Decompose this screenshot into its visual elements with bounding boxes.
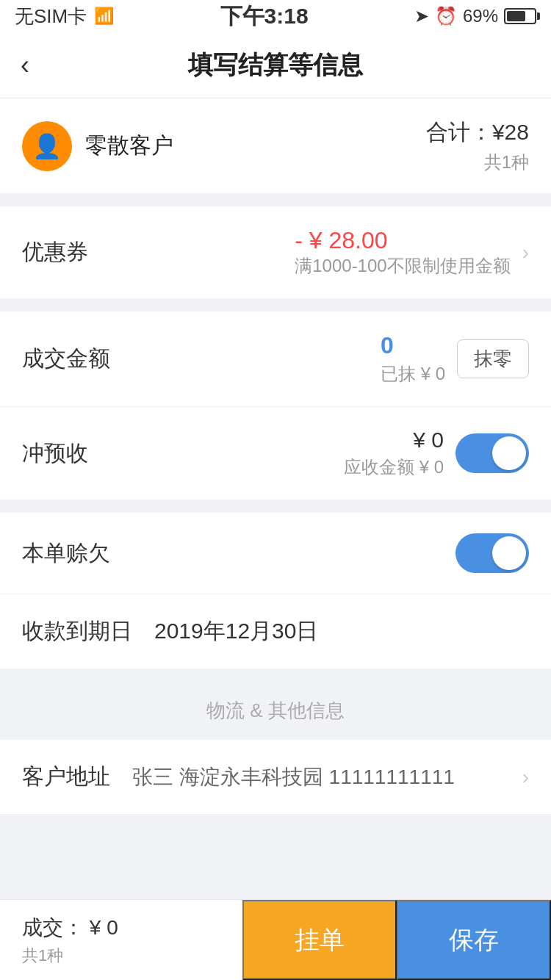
wifi-icon: 📶 [94,7,114,26]
chevron-right-icon: › [522,241,529,264]
coupon-label: 优惠券 [22,237,88,267]
credit-row: 本单赊欠 [0,513,551,594]
prepayment-label: 冲预收 [22,439,88,469]
discount-amount: - ¥ 28.00 [295,227,510,254]
bottom-info: 成交： ¥ 0 共1种 [0,900,242,980]
status-bar: 无SIM卡 📶 下午3:18 ➤ ⏰ 69% [0,0,551,32]
total-amount: 合计：¥28 [426,118,529,148]
sim-text: 无SIM卡 [15,4,87,29]
customer-right: 合计：¥28 共1种 [426,118,529,174]
coupon-row[interactable]: 优惠券 - ¥ 28.00 满1000-100不限制使用金额 › [0,206,551,298]
bottom-deal-label: 成交： [22,916,84,939]
back-button[interactable]: ‹ [21,50,29,81]
prepayment-value: ¥ 0 [344,428,444,453]
due-date-label: 收款到期日 [22,616,132,646]
prepayment-value-area: ¥ 0 应收金额 ¥ 0 [344,428,444,479]
prepayment-row: 冲预收 ¥ 0 应收金额 ¥ 0 [0,407,551,500]
coupon-value-area: - ¥ 28.00 满1000-100不限制使用金额 [295,227,510,278]
credit-toggle-knob [492,536,526,570]
status-time: 下午3:18 [220,1,309,32]
prepayment-right: ¥ 0 应收金额 ¥ 0 [344,428,529,479]
customer-left: 👤 零散客户 [22,121,173,171]
credit-label: 本单赊欠 [22,538,110,569]
content-area: 👤 零散客户 合计：¥28 共1种 优惠券 - ¥ 28.00 满1000-10… [0,98,551,915]
address-row[interactable]: 客户地址 张三 海淀永丰科技园 11111111111 › [0,740,551,814]
location-icon: ➤ [414,6,429,26]
due-date-value: 2019年12月30日 [154,616,318,646]
save-button[interactable]: 保存 [397,900,551,980]
amount-section: 成交金额 0 已抹 ¥ 0 抹零 冲预收 ¥ 0 应收金额 ¥ 0 [0,311,551,500]
due-date-row: 收款到期日 2019年12月30日 [0,594,551,669]
deal-amount-sub: 已抹 ¥ 0 [381,362,445,386]
bottom-deal: 成交： ¥ 0 [22,914,220,942]
round-zero-button[interactable]: 抹零 [457,339,529,378]
hold-button[interactable]: 挂单 [242,900,397,980]
address-value: 张三 海淀永丰科技园 11111111111 [132,763,500,791]
address-section: 客户地址 张三 海淀永丰科技园 11111111111 › [0,740,551,814]
customer-row: 👤 零散客户 合计：¥28 共1种 [0,98,551,193]
credit-toggle[interactable] [455,533,529,573]
status-right: ➤ ⏰ 69% [414,6,536,26]
battery-icon [504,8,536,24]
deal-amount-right: 0 已抹 ¥ 0 抹零 [381,332,529,386]
credit-right [455,533,529,573]
logistics-header-text: 物流 & 其他信息 [206,699,345,721]
bottom-bar: 成交： ¥ 0 共1种 挂单 保存 [0,899,551,980]
toggle-knob [492,436,526,470]
logistics-header: 物流 & 其他信息 [0,682,551,740]
coupon-section: 优惠券 - ¥ 28.00 满1000-100不限制使用金额 › [0,206,551,298]
deal-amount-row: 成交金额 0 已抹 ¥ 0 抹零 [0,311,551,407]
deal-amount-value-area: 0 已抹 ¥ 0 [381,332,445,386]
bottom-deal-amount: ¥ 0 [90,916,118,939]
page-title: 填写结算等信息 [188,48,363,82]
avatar-icon: 👤 [32,132,62,160]
status-left: 无SIM卡 📶 [15,4,114,29]
address-label: 客户地址 [22,762,110,792]
credit-section: 本单赊欠 收款到期日 2019年12月30日 [0,513,551,669]
avatar: 👤 [22,121,72,171]
prepayment-sub: 应收金额 ¥ 0 [344,455,444,479]
battery-percent: 69% [463,6,498,26]
nav-bar: ‹ 填写结算等信息 [0,32,551,98]
alarm-icon: ⏰ [435,6,457,26]
coupon-right: - ¥ 28.00 满1000-100不限制使用金额 › [295,227,529,278]
address-chevron-icon: › [522,765,529,789]
coupon-description: 满1000-100不限制使用金额 [295,254,510,278]
deal-amount-label: 成交金额 [22,344,110,374]
prepayment-toggle[interactable] [455,433,529,473]
total-count: 共1种 [426,151,529,174]
bottom-count: 共1种 [22,945,220,967]
deal-amount-value: 0 [381,332,445,359]
customer-name: 零散客户 [85,131,173,161]
